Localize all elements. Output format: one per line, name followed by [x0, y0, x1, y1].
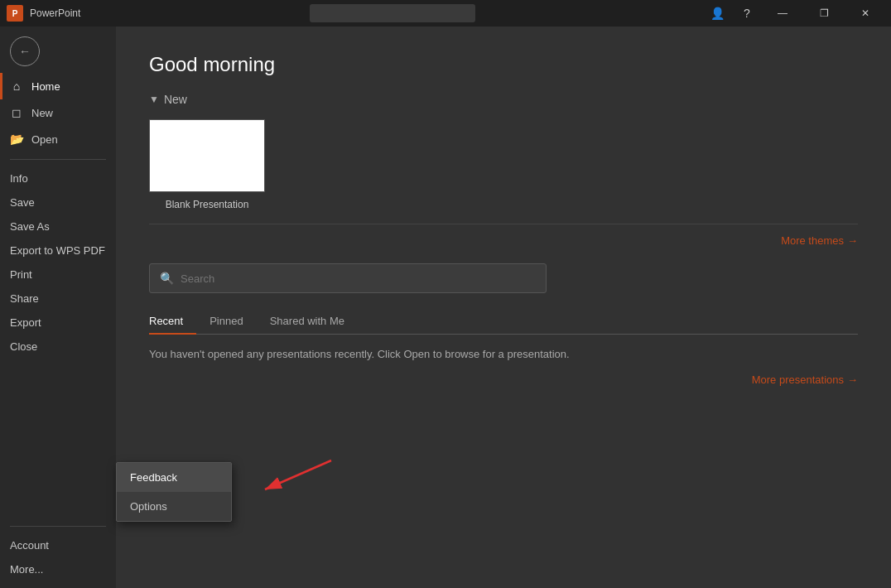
empty-message: You haven't opened any presentations rec…: [149, 348, 858, 360]
sidebar-item-share[interactable]: Share: [0, 287, 116, 311]
sidebar-item-save[interactable]: Save: [0, 190, 116, 214]
sidebar-item-close[interactable]: Close: [0, 335, 116, 359]
sidebar-item-label: Open: [31, 133, 58, 146]
more-presentations-arrow-icon: →: [847, 374, 858, 386]
template-label-blank: Blank Presentation: [166, 199, 249, 210]
sidebar-divider-bottom: [10, 526, 106, 527]
home-icon: ⌂: [10, 80, 23, 93]
tab-shared[interactable]: Shared with Me: [270, 310, 358, 334]
open-icon: 📂: [10, 133, 23, 146]
more-presentations-label: More presentations: [752, 374, 844, 386]
profile-icon[interactable]: 👤: [704, 0, 730, 27]
sidebar-item-open[interactable]: 📂 Open: [0, 126, 116, 152]
more-presentations-link[interactable]: More presentations →: [752, 374, 858, 386]
sidebar-item-info[interactable]: Info: [0, 166, 116, 190]
template-thumbnail-blank: [149, 119, 265, 192]
search-icon: 🔍: [160, 272, 174, 285]
sidebar-item-new[interactable]: ◻ New: [0, 99, 116, 126]
new-section-header[interactable]: ▼ New: [149, 93, 858, 106]
tab-recent[interactable]: Recent: [149, 310, 196, 334]
content-area: Good morning ▼ New Blank Presentation Mo…: [116, 27, 891, 588]
sidebar-item-print[interactable]: Print: [0, 263, 116, 287]
app-icon: P: [7, 5, 23, 22]
help-icon[interactable]: ?: [734, 0, 760, 27]
sidebar-item-label: Home: [31, 80, 60, 93]
more-themes-arrow-icon: →: [847, 234, 858, 247]
title-bar-left: P PowerPoint: [7, 5, 80, 22]
sidebar-item-home[interactable]: ⌂ Home: [0, 73, 116, 99]
sidebar-divider: [10, 159, 106, 160]
dropdown-popup: Feedback Options: [116, 462, 232, 522]
collapse-arrow-icon: ▼: [149, 94, 159, 105]
search-bar[interactable]: 🔍: [149, 263, 547, 293]
back-button[interactable]: ←: [10, 36, 40, 66]
sidebar: ← ⌂ Home ◻ New 📂 Open Info Save Save As …: [0, 27, 116, 588]
title-bar-right: 👤 ? — ❐ ✕: [704, 0, 884, 27]
more-themes-link[interactable]: More themes →: [781, 234, 858, 247]
title-search-box: [310, 4, 475, 22]
sidebar-item-save-as[interactable]: Save As: [0, 214, 116, 239]
template-card-blank[interactable]: Blank Presentation: [149, 119, 265, 210]
section-divider: [149, 224, 858, 224]
app-title: PowerPoint: [30, 7, 80, 19]
minimize-button[interactable]: —: [763, 0, 802, 27]
more-presentations-row: More presentations →: [149, 374, 858, 386]
search-input[interactable]: [181, 272, 536, 285]
more-themes-label: More themes: [781, 234, 844, 247]
tab-pinned[interactable]: Pinned: [210, 310, 256, 334]
new-section-label: New: [164, 93, 187, 106]
close-button[interactable]: ✕: [846, 0, 884, 27]
sidebar-item-more[interactable]: More...: [0, 557, 116, 581]
sidebar-item-export[interactable]: Export: [0, 311, 116, 335]
more-themes-row: More themes →: [149, 234, 858, 247]
dropdown-item-feedback[interactable]: Feedback: [117, 463, 231, 492]
sidebar-item-export-wps[interactable]: Export to WPS PDF: [0, 239, 116, 263]
sidebar-item-label: New: [31, 107, 53, 119]
new-icon: ◻: [10, 106, 23, 119]
title-bar: P PowerPoint 👤 ? — ❐ ✕: [0, 0, 891, 27]
sidebar-bottom: Account More...: [0, 519, 116, 588]
title-bar-center: [80, 4, 704, 22]
sidebar-item-account[interactable]: Account: [0, 533, 116, 557]
dropdown-item-options[interactable]: Options: [117, 492, 231, 521]
restore-button[interactable]: ❐: [805, 0, 843, 27]
tabs-row: Recent Pinned Shared with Me: [149, 310, 858, 335]
templates-row: Blank Presentation: [149, 119, 858, 210]
greeting-text: Good morning: [149, 53, 858, 76]
